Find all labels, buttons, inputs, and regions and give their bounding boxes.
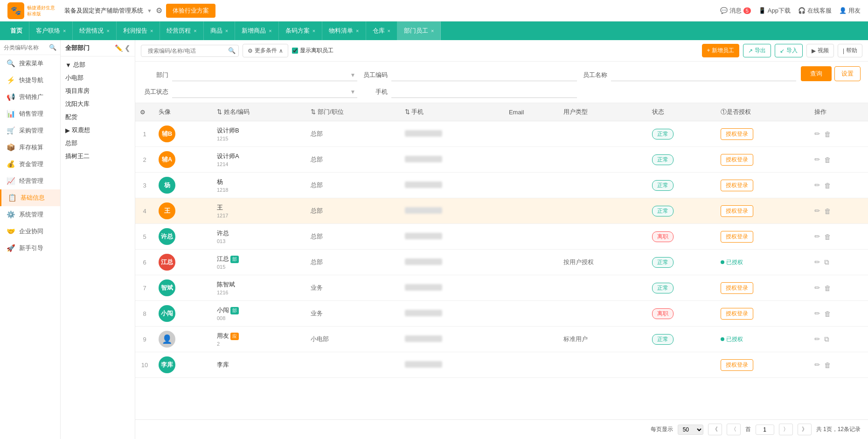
show-resigned-checkbox[interactable]: 显示离职员工 (292, 47, 333, 55)
sidebar-item-search[interactable]: 🔍 搜索菜单 (0, 55, 60, 72)
tab-bom[interactable]: 物料清单 × (322, 21, 366, 40)
sidebar-item-system[interactable]: ⚙️ 系统管理 (0, 206, 60, 223)
last-page-btn[interactable]: 》 (798, 424, 812, 435)
sidebar-search[interactable]: 🔍 (0, 40, 60, 55)
prev-page-btn[interactable]: 〈 (727, 424, 741, 435)
delete-icon[interactable]: 🗑 (824, 310, 831, 318)
query-btn[interactable]: 查询 (801, 66, 832, 81)
experience-btn[interactable]: 体验行业方案 (166, 4, 215, 18)
gear-icon[interactable]: ⚙ (156, 6, 162, 15)
filter-phone-input[interactable] (391, 86, 576, 98)
tab-operation[interactable]: 经营情况 × (73, 21, 116, 40)
sidebar-item-guide[interactable]: 🚀 新手引导 (0, 240, 60, 257)
tab-customer[interactable]: 客户联络 × (29, 21, 73, 40)
page-size-select[interactable]: 50 100 (678, 425, 703, 435)
dept-node-chashuwang[interactable]: 插树王二 (61, 150, 135, 163)
close-icon[interactable]: × (269, 28, 271, 34)
online-service-btn[interactable]: 🎧 在线客服 (798, 7, 832, 15)
dept-node-general[interactable]: ▼ 总部 (61, 58, 135, 71)
auth-login-btn[interactable]: 授权登录 (721, 282, 753, 294)
copy-icon[interactable]: ⧉ (824, 335, 829, 343)
search-input[interactable] (144, 45, 228, 56)
filter-emp-code-control[interactable] (391, 69, 576, 81)
import-btn[interactable]: ↙ 导入 (775, 44, 803, 57)
auth-login-btn[interactable]: 授权登录 (721, 128, 753, 140)
sidebar-item-operation-mgmt[interactable]: 📈 经营管理 (0, 173, 60, 189)
dept-node-peihuo[interactable]: 配货 (61, 111, 135, 124)
filter-dept-control[interactable]: ▼ (172, 69, 357, 81)
edit-icon[interactable]: ✏ (814, 181, 820, 189)
auth-login-btn[interactable]: 授权登录 (721, 308, 753, 320)
system-dropdown-arrow[interactable]: ▼ (147, 8, 152, 14)
copy-icon[interactable]: ⧉ (824, 258, 829, 266)
delete-icon[interactable]: 🗑 (824, 207, 831, 215)
search-submit-icon[interactable]: 🔍 (228, 47, 236, 54)
add-employee-btn[interactable]: + 新增员工 (702, 44, 739, 57)
sidebar-item-basic-info[interactable]: 📋 基础信息 (0, 189, 60, 206)
close-icon[interactable]: × (194, 28, 196, 34)
video-btn[interactable]: ▶ 视频 (806, 44, 834, 57)
close-icon[interactable]: × (356, 28, 359, 34)
delete-icon[interactable]: 🗑 (824, 181, 831, 189)
edit-icon[interactable]: ✏ (814, 207, 820, 215)
edit-icon[interactable]: ✏ (814, 232, 820, 241)
filter-emp-name-control[interactable] (611, 69, 796, 81)
more-conditions-btn[interactable]: ⚙ 更多条件 ∧ (243, 44, 288, 57)
filter-status-control[interactable]: ▼ (172, 86, 357, 98)
delete-icon[interactable]: 🗑 (824, 361, 831, 369)
col-name[interactable]: ⇅ 姓名/编码 (212, 103, 306, 121)
help-btn[interactable]: | 帮助 (838, 44, 862, 57)
sidebar-item-sales[interactable]: 📊 销售管理 (0, 105, 60, 122)
edit-icon[interactable]: ✏ (814, 284, 820, 292)
edit-icon[interactable]: ✏ (814, 309, 820, 318)
edit-icon[interactable]: ✏ (814, 361, 820, 369)
tab-barcode[interactable]: 条码方案 × (279, 21, 322, 40)
close-icon[interactable]: × (63, 28, 66, 34)
delete-icon[interactable]: 🗑 (824, 130, 831, 138)
export-btn[interactable]: ↗ 导出 (743, 44, 771, 57)
dept-node-shuanglu[interactable]: ▶ 双鹿想 (61, 124, 135, 137)
delete-icon[interactable]: 🗑 (824, 156, 831, 164)
tab-history[interactable]: 经营历程 × (160, 21, 203, 40)
edit-icon[interactable]: ✏ (814, 155, 820, 164)
auth-login-btn[interactable]: 授权登录 (721, 231, 753, 243)
auth-login-btn[interactable]: 授权登录 (721, 154, 753, 166)
message-btn[interactable]: 💬 消息 5 (720, 7, 751, 15)
search-input[interactable] (4, 44, 49, 51)
dept-node-project[interactable]: 项目库房 (61, 84, 135, 98)
dept-collapse-icon[interactable]: ❮ (125, 44, 130, 52)
dept-node-shenyang[interactable]: 沈阳大库 (61, 98, 135, 111)
next-page-btn[interactable]: 〉 (779, 424, 793, 435)
close-icon[interactable]: × (225, 28, 228, 34)
app-download-btn[interactable]: 📱 App下载 (758, 7, 791, 15)
tab-goods[interactable]: 商品 × (204, 21, 235, 40)
sidebar-item-marketing[interactable]: 📢 营销推广 (0, 89, 60, 105)
col-dept[interactable]: ⇅ 部门/职位 (306, 103, 400, 121)
close-icon[interactable]: × (150, 28, 153, 34)
col-settings[interactable]: ⚙ (135, 103, 154, 121)
settings-btn[interactable]: 设置 (834, 66, 861, 81)
auth-login-btn[interactable]: 授权登录 (721, 205, 753, 217)
filter-emp-name-input[interactable] (611, 69, 796, 81)
sidebar-item-quick-nav[interactable]: ⚡ 快捷导航 (0, 72, 60, 89)
auth-login-btn[interactable]: 授权登录 (721, 180, 753, 191)
dept-node-zongbu[interactable]: 总部 (61, 137, 135, 150)
close-icon[interactable]: × (388, 28, 390, 34)
filter-phone-control[interactable] (391, 86, 576, 98)
edit-icon[interactable]: ✏ (814, 130, 820, 138)
filter-dept-select[interactable] (172, 69, 357, 81)
tab-profit[interactable]: 利润报告 × (117, 21, 160, 40)
col-phone[interactable]: ⇅ 手机 (400, 103, 504, 121)
sidebar-item-collab[interactable]: 🤝 企业协同 (0, 223, 60, 240)
filter-emp-code-input[interactable] (391, 69, 576, 81)
sidebar-item-purchase[interactable]: 🛒 采购管理 (0, 122, 60, 139)
first-page-btn[interactable]: 《 (708, 424, 722, 435)
page-input[interactable] (756, 425, 774, 435)
tab-home[interactable]: 首页 (4, 21, 29, 40)
delete-icon[interactable]: 🗑 (824, 233, 831, 241)
dept-edit-icon[interactable]: ✏️ (115, 44, 123, 52)
delete-icon[interactable]: 🗑 (824, 284, 831, 292)
sidebar-item-inventory[interactable]: 📦 库存核算 (0, 139, 60, 156)
user-avatar[interactable]: 👤 用友 (839, 7, 861, 15)
close-icon[interactable]: × (312, 28, 315, 34)
